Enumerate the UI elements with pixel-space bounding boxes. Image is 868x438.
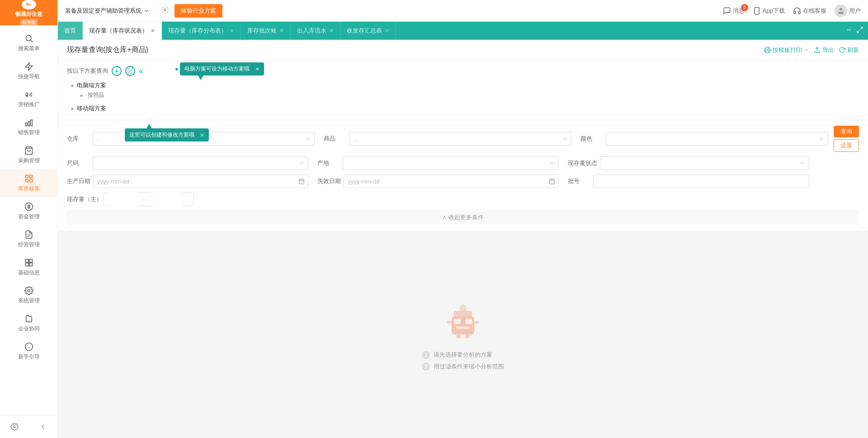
svg-rect-5 xyxy=(25,123,27,126)
sidebar-item-finance[interactable]: 资金管理 xyxy=(0,197,57,225)
tab-in-out-flow[interactable]: 出入库流水 ✕ xyxy=(291,22,340,40)
user-menu-btn[interactable]: 用户 xyxy=(835,5,861,17)
svg-rect-18 xyxy=(25,263,28,266)
size-select[interactable] xyxy=(92,156,308,170)
guide-icon xyxy=(24,342,34,352)
industry-btn[interactable]: 体验行业方案 xyxy=(175,4,222,18)
tab-minimize-btn[interactable] xyxy=(845,26,853,35)
empty-illustration xyxy=(440,298,486,344)
tab-inventory-status-label: 现存量（库存状况表） xyxy=(89,27,148,35)
filter-row-4: 现存量（主） — xyxy=(67,193,859,206)
print-btn[interactable]: 按模板打印 xyxy=(764,46,809,54)
sidebar-item-basic-info[interactable]: 基础信息 xyxy=(0,253,57,281)
origin-select[interactable] xyxy=(343,156,559,170)
tab-inventory-dist-label: 现存量（库存分布表） xyxy=(168,27,227,35)
sidebar-item-system[interactable]: 系统管理 xyxy=(0,281,57,309)
search-btn[interactable]: 查询 xyxy=(834,126,859,137)
svg-rect-10 xyxy=(29,175,32,178)
content-actions: 按模板打印 导出 刷新 xyxy=(764,46,859,54)
handshake-icon xyxy=(24,314,34,324)
tab-inventory-status[interactable]: 现存量（库存状况表） ✕ xyxy=(83,22,162,40)
tab-batch-account[interactable]: 库存批次账 ✕ xyxy=(241,22,291,40)
online-support-btn[interactable]: 在线客服 xyxy=(793,7,826,15)
inv-qty-max[interactable] xyxy=(152,193,184,206)
export-btn[interactable]: 导出 xyxy=(814,46,834,54)
system-selector[interactable]: 装备及固定资产辅助管理系统 xyxy=(65,7,150,15)
filter-col-goods: 商品 ... xyxy=(324,132,580,146)
svg-point-23 xyxy=(164,9,166,11)
scheme-mobile-arrow[interactable]: ▸ xyxy=(71,105,74,112)
sidebar-item-sales[interactable]: 销售管理 xyxy=(0,113,57,141)
tab-in-out-flow-close[interactable]: ✕ xyxy=(329,28,334,34)
sidebar-item-inventory[interactable]: 库存核算 xyxy=(0,169,57,197)
settings-button[interactable] xyxy=(8,420,21,433)
gear-settings-icon xyxy=(161,6,169,14)
exp-date-wrapper xyxy=(344,174,559,188)
money-icon xyxy=(24,202,34,212)
app-download-btn[interactable]: App下载 xyxy=(753,7,785,15)
message-icon xyxy=(723,7,731,15)
svg-rect-48 xyxy=(454,311,472,317)
svg-rect-6 xyxy=(28,122,29,126)
sidebar-item-cooperation[interactable]: 企业协同 xyxy=(0,309,57,337)
child-name[interactable]: 按照品 xyxy=(88,91,104,99)
tooltip-desktop-close[interactable]: ✕ xyxy=(255,66,259,72)
inv-qty-min[interactable] xyxy=(107,193,139,206)
sidebar-item-operations[interactable]: 经营管理 xyxy=(0,225,57,253)
svg-rect-44 xyxy=(447,321,452,324)
tab-inventory-status-close[interactable]: ✕ xyxy=(151,28,155,34)
scheme-mobile: ▸ 移动端方案 xyxy=(71,104,859,113)
topbar-left: 装备及固定资产辅助管理系统 体验行业方案 xyxy=(65,4,222,18)
tab-collect-send-label: 收发存汇总表 xyxy=(347,27,382,35)
filter-add-btn[interactable]: + xyxy=(112,66,122,76)
tooltip-scheme-close[interactable]: ✕ xyxy=(200,132,204,138)
scheme-mobile-name[interactable]: 移动端方案 xyxy=(77,104,106,113)
svg-rect-30 xyxy=(766,51,769,53)
collapse-button[interactable] xyxy=(36,420,50,433)
mfg-date-input[interactable] xyxy=(93,174,308,188)
tab-collect-send[interactable]: 收发存汇总表 ✕ xyxy=(340,22,396,40)
main-content: 装备及固定资产辅助管理系统 体验行业方案 消息 6 App下载 在线客服 xyxy=(58,0,868,438)
svg-line-29 xyxy=(857,30,859,33)
refresh-btn[interactable]: 刷新 xyxy=(839,46,859,54)
filter-col-size: 尺码 xyxy=(67,156,317,170)
tab-collect-send-close[interactable]: ✕ xyxy=(385,28,389,34)
scheme-desktop-name[interactable]: 电脑端方案 xyxy=(77,81,106,89)
scheme-desktop-arrow[interactable]: ▸ xyxy=(71,82,74,89)
inv-qty-range[interactable]: — xyxy=(103,193,193,206)
svg-rect-47 xyxy=(465,334,470,338)
user-icon xyxy=(837,7,845,15)
svg-rect-24 xyxy=(755,7,760,14)
tab-in-out-flow-label: 出入库流水 xyxy=(297,27,326,35)
tab-home[interactable]: 首页 xyxy=(58,22,83,40)
exp-date-input[interactable] xyxy=(344,174,559,188)
svg-point-2 xyxy=(26,35,31,41)
collapse-conditions-btn[interactable]: ∧ 收起更多条件 xyxy=(67,210,859,225)
doc-icon xyxy=(24,230,34,240)
batch-input[interactable] xyxy=(593,174,809,188)
hint-text-2: 用过滤条件来缩小分析范围 xyxy=(434,363,504,371)
inv-status-select[interactable] xyxy=(600,156,809,170)
tab-batch-account-close[interactable]: ✕ xyxy=(279,28,284,34)
sidebar-item-newbie[interactable]: 新手引导 xyxy=(0,337,57,365)
color-select[interactable] xyxy=(606,132,828,146)
sidebar-item-purchase[interactable]: 采购管理 xyxy=(0,141,57,169)
svg-point-22 xyxy=(14,426,16,428)
goods-dropdown-icon xyxy=(562,136,567,141)
message-btn[interactable]: 消息 6 xyxy=(723,7,745,15)
sidebar-item-search-menu[interactable]: 搜索菜单 xyxy=(0,29,57,57)
filter-back-btn[interactable]: « xyxy=(139,66,143,76)
filter-edit-btn[interactable] xyxy=(125,66,135,76)
online-support-label: 在线客服 xyxy=(803,7,826,15)
sidebar-item-marketing[interactable]: 营销推广 xyxy=(0,85,57,113)
tab-inventory-dist-close[interactable]: ✕ xyxy=(230,28,234,34)
goods-select[interactable]: ... xyxy=(349,132,571,146)
filter-col-batch: 批号 xyxy=(568,174,809,188)
settings-icon-btn[interactable] xyxy=(161,6,169,15)
content-header: 现存量查询(按仓库+商品) 按模板打印 导出 刷新 xyxy=(58,40,868,61)
sidebar-item-quick-nav[interactable]: 快捷导航 xyxy=(0,57,57,85)
settings-filter-btn[interactable]: 设置 xyxy=(834,139,859,152)
grid-icon xyxy=(24,258,34,268)
tab-fullscreen-btn[interactable] xyxy=(856,26,863,35)
tab-inventory-dist[interactable]: 现存量（库存分布表） ✕ xyxy=(162,22,241,40)
